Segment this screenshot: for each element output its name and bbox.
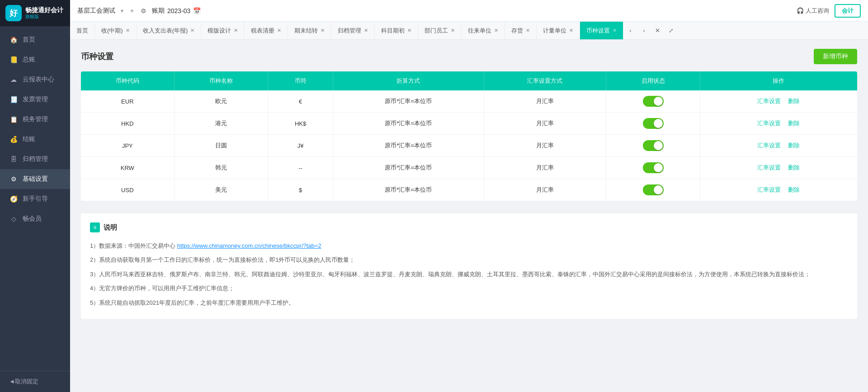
period-label: 账期 (152, 7, 165, 15)
tab-close-icon[interactable]: ✕ (407, 28, 411, 33)
app-name: 畅捷通好会计 (25, 6, 63, 14)
company-dropdown-icon[interactable]: ▾ (121, 8, 123, 14)
enabled-toggle[interactable] (643, 184, 664, 195)
tab-close-icon[interactable]: ✕ (234, 28, 238, 33)
sidebar-item-archive[interactable]: 🗄归档管理 (0, 149, 70, 169)
enabled-toggle[interactable] (643, 140, 664, 151)
col-header: 操作 (700, 71, 857, 90)
enabled-toggle[interactable] (643, 162, 664, 173)
tab-税表清册[interactable]: 税表清册 ✕ (245, 22, 288, 39)
enabled-toggle[interactable] (643, 96, 664, 107)
sidebar-item-checkout[interactable]: 💰结账 (0, 129, 70, 149)
currency-symbol: J¥ (268, 135, 333, 157)
enabled-cell (606, 113, 700, 135)
rate-settings-link[interactable]: 汇率设置 (757, 120, 781, 127)
notes-link[interactable]: https://www.chinamoney.com.cn/chinese/bk… (177, 242, 321, 249)
logo-text: 畅捷通好会计 旗舰版 (25, 6, 63, 20)
tab-close-icon[interactable]: ✕ (613, 28, 617, 33)
rate-settings-link[interactable]: 汇率设置 (757, 142, 781, 149)
toggle-knob (654, 97, 663, 106)
col-header: 折算方式 (333, 71, 484, 90)
notes-item: 4）无官方牌价的币种，可以用用户手工维护汇率信息； (90, 281, 848, 295)
action-cell: 汇率设置删除 (700, 179, 857, 201)
tab-expand-btn[interactable]: ⤢ (664, 22, 678, 39)
delete-link[interactable]: 删除 (788, 164, 800, 171)
ledger-icon: 📒 (9, 55, 18, 64)
rate-settings-link[interactable]: 汇率设置 (757, 98, 781, 104)
service-btn[interactable]: 🎧 人工咨询 (797, 7, 829, 15)
tab-label: 收(中期) (101, 27, 123, 35)
settings-icon[interactable]: ⚙ (141, 7, 146, 14)
sidebar-item-invoice[interactable]: 🧾发票管理 (0, 90, 70, 109)
tab-prev-btn[interactable]: ‹ (623, 22, 637, 39)
tab-币种设置[interactable]: 币种设置 ✕ (580, 22, 623, 39)
page-header: 币种设置 新增币种 (81, 49, 857, 64)
calc-method: 原币*汇率=本位币 (333, 90, 484, 113)
tax-icon: 📋 (9, 115, 18, 124)
tab-close-icon[interactable]: ✕ (190, 28, 194, 33)
enabled-toggle[interactable] (643, 118, 664, 129)
notes-item: 1）数据来源：中国外汇交易中心 https://www.chinamoney.c… (90, 239, 848, 253)
sidebar-item-guide[interactable]: 🧭新手引导 (0, 189, 70, 209)
tab-close-icon[interactable]: ✕ (526, 28, 530, 33)
sidebar-item-home[interactable]: 🏠首页 (0, 30, 70, 50)
calc-method: 原币*汇率=本位币 (333, 179, 484, 201)
sidebar-logo: 好 畅捷通好会计 旗舰版 (0, 0, 70, 26)
sidebar-item-settings[interactable]: ⚙基础设置 (0, 169, 70, 189)
delete-link[interactable]: 删除 (788, 120, 800, 127)
tab-close-icon[interactable]: ✕ (451, 28, 455, 33)
sidebar-item-reports[interactable]: ☁云报表中心 (0, 70, 70, 90)
tab-收(中期)[interactable]: 收(中期) ✕ (95, 22, 137, 39)
sidebar-item-tax[interactable]: 📋税务管理 (0, 109, 70, 129)
col-header: 币符 (268, 71, 333, 90)
tab-close-icon[interactable]: ✕ (569, 28, 573, 33)
currency-symbol: -- (268, 157, 333, 179)
add-tab-btn[interactable]: ＋ (129, 7, 135, 15)
tab-归档管理[interactable]: 归档管理 ✕ (331, 22, 375, 39)
headset-icon: 🎧 (797, 7, 804, 14)
sidebar-item-ledger[interactable]: 📒总账 (0, 50, 70, 70)
new-currency-btn[interactable]: 新增币种 (814, 49, 857, 64)
tab-计量单位[interactable]: 计量单位 ✕ (537, 22, 580, 39)
action-cell: 汇率设置删除 (700, 135, 857, 157)
tab-close-icon[interactable]: ✕ (364, 28, 368, 33)
tab-科目期初[interactable]: 科目期初 ✕ (375, 22, 418, 39)
home-icon: 🏠 (9, 35, 18, 44)
tab-label: 首页 (76, 27, 88, 35)
delete-link[interactable]: 删除 (788, 98, 800, 104)
tab-期末结转[interactable]: 期末结转 ✕ (288, 22, 331, 39)
calendar-icon[interactable]: 📅 (193, 7, 201, 14)
period-display: 账期 2023-03 📅 (152, 7, 201, 15)
tab-close-icon[interactable]: ✕ (126, 28, 130, 33)
sidebar: 好 畅捷通好会计 旗舰版 🏠首页📒总账☁云报表中心🧾发票管理📋税务管理💰结账🗄归… (0, 0, 70, 392)
rate-settings-link[interactable]: 汇率设置 (757, 186, 781, 193)
tab-close-icon[interactable]: ✕ (277, 28, 281, 33)
tab-模版设计[interactable]: 模版设计 ✕ (201, 22, 245, 39)
rate-settings-link[interactable]: 汇率设置 (757, 164, 781, 171)
tab-往来单位[interactable]: 往来单位 ✕ (462, 22, 505, 39)
table-row: USD美元$原币*汇率=本位币月汇率汇率设置删除 (81, 179, 857, 201)
sidebar-footer[interactable]: ◄取消固定 (0, 371, 70, 392)
calc-method: 原币*汇率=本位币 (333, 135, 484, 157)
table-row: KRW韩元--原币*汇率=本位币月汇率汇率设置删除 (81, 157, 857, 179)
tab-close-all-btn[interactable]: ✕ (651, 22, 664, 39)
tab-next-btn[interactable]: › (637, 22, 651, 39)
notes-icon: ≡ (90, 222, 100, 232)
toggle-knob (654, 185, 663, 194)
rate-type: 月汇率 (484, 113, 606, 135)
tab-收入支出表(年报)[interactable]: 收入支出表(年报) ✕ (137, 22, 202, 39)
tab-部门员工[interactable]: 部门员工 ✕ (418, 22, 462, 39)
delete-link[interactable]: 删除 (788, 142, 800, 149)
tab-label: 归档管理 (338, 27, 361, 35)
sidebar-item-member[interactable]: ◇畅会员 (0, 209, 70, 229)
tab-首页[interactable]: 首页 (70, 22, 95, 39)
reports-icon: ☁ (9, 75, 18, 84)
tab-close-icon[interactable]: ✕ (494, 28, 498, 33)
delete-link[interactable]: 删除 (788, 186, 800, 193)
nav-label: 基础设置 (23, 175, 48, 183)
notes-section: ≡ 说明 1）数据来源：中国外汇交易中心 https://www.chinamo… (81, 213, 857, 319)
account-btn[interactable]: 会计 (835, 4, 861, 18)
nav-label: 畅会员 (23, 215, 42, 223)
tab-close-icon[interactable]: ✕ (321, 28, 325, 33)
tab-存货[interactable]: 存货 ✕ (505, 22, 537, 39)
